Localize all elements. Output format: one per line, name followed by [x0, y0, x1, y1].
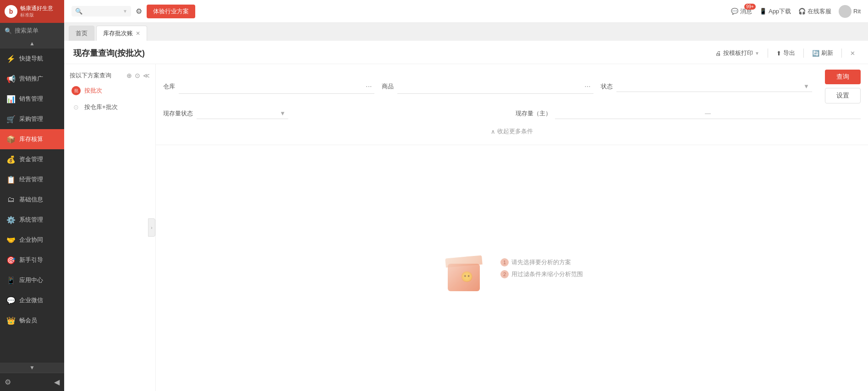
nav-label-quick: 快捷导航	[19, 54, 43, 63]
topbar-search-arrow[interactable]: ▼	[123, 9, 127, 14]
tip-num-1: 1	[500, 258, 509, 266]
page-header-actions: 🖨 按模板打印 ▼ ⬆ 导出 🔄 刷新 ✕	[712, 47, 859, 59]
sidebar-item-enterprise-wechat[interactable]: 💬 企业微信	[0, 290, 64, 310]
nav-icon-marketing: 📢	[6, 74, 16, 83]
sidebar-item-sales[interactable]: 📊 销售管理	[0, 89, 64, 109]
sidebar-item-member[interactable]: 👑 畅会员	[0, 310, 64, 331]
close-panel-btn[interactable]: ›	[148, 218, 155, 237]
page-header: 现存量查询(按批次) 🖨 按模板打印 ▼ ⬆ 导出 🔄 刷新 ✕	[64, 41, 868, 64]
app-info: 畅康通好生意 标准版	[20, 5, 53, 19]
tab-home-label: 首页	[76, 29, 88, 38]
tabbar: 首页 库存批次账 ✕	[64, 23, 868, 41]
product-input-box[interactable]: ···	[397, 79, 593, 94]
plan-item-warehouse-batch[interactable]: ⊙ 按仓库+批次	[64, 99, 155, 115]
action-buttons: 查询 设置	[825, 70, 861, 103]
tab-home[interactable]: 首页	[69, 26, 94, 41]
print-btn[interactable]: 🖨 按模板打印 ▼	[712, 47, 763, 59]
inventory-status-arrow: ▼	[280, 110, 286, 117]
inventory-qty-label: 现存量（主）	[516, 109, 551, 118]
filter-row-2: 现存量状态 ▼ 现存量（主） —	[163, 108, 861, 119]
status-label: 状态	[601, 82, 613, 91]
user-menu[interactable]: Rit	[839, 5, 861, 18]
nav-icon-inventory: 📦	[6, 135, 16, 144]
export-icon: ⬆	[776, 50, 781, 57]
sidebar-item-finance[interactable]: 💰 资金管理	[0, 149, 64, 169]
panel-title-row: 按以下方案查询 ⊕ ⊙ ≪	[64, 69, 155, 82]
inventory-status-select[interactable]: ▼	[197, 108, 288, 119]
nav-label-member: 畅会员	[19, 316, 37, 325]
message-badge: 99+	[744, 4, 756, 10]
collapse-row[interactable]: ∧ 收起更多条件	[163, 124, 861, 139]
topbar-search-box[interactable]: 🔍 ▼	[71, 6, 131, 16]
warehouse-input-box[interactable]: ···	[179, 79, 374, 94]
topbar-search-icon: 🔍	[75, 8, 82, 15]
nav-icon-quick: ⚡	[6, 54, 16, 63]
collapse-up-icon: ∧	[491, 128, 495, 135]
settings-button[interactable]: 设置	[825, 88, 861, 103]
config-plan-icon[interactable]: ⊙	[135, 72, 140, 79]
sidebar-item-inventory[interactable]: 📦 库存核算	[0, 129, 64, 149]
sidebar-item-app-center[interactable]: 📱 应用中心	[0, 270, 64, 290]
collapse-panel-icon[interactable]: ≪	[143, 72, 150, 79]
nav-label-purchase: 采购管理	[19, 115, 43, 123]
inventory-qty-max[interactable]	[714, 110, 858, 117]
sidebar-item-enterprise[interactable]: 🤝 企业协同	[0, 230, 64, 250]
close-page-btn[interactable]: ✕	[846, 48, 859, 59]
topbar-settings-icon[interactable]: ⚙	[136, 7, 142, 16]
product-more-icon[interactable]: ···	[584, 82, 590, 91]
nav-label-enterprise: 企业协同	[19, 236, 43, 244]
query-button[interactable]: 查询	[825, 70, 861, 84]
sidebar-scroll-up[interactable]: ▲	[0, 38, 64, 49]
phone-icon: 📱	[759, 8, 767, 15]
sidebar-item-quick-nav[interactable]: ⚡ 快捷导航	[0, 49, 64, 69]
sidebar-item-purchase[interactable]: 🛒 采购管理	[0, 109, 64, 129]
nav-icon-guide: 🎯	[6, 255, 16, 265]
tab-batch-close-icon[interactable]: ✕	[136, 31, 140, 36]
add-plan-icon[interactable]: ⊕	[126, 72, 132, 79]
nav-label-guide: 新手引导	[19, 256, 43, 264]
message-btn[interactable]: 💬 消息 99+	[731, 7, 752, 16]
sidebar-item-system[interactable]: ⚙️ 系统管理	[0, 210, 64, 230]
sidebar-collapse-icon[interactable]: ◀	[54, 378, 60, 386]
nav-label-wechat: 企业微信	[19, 296, 43, 304]
print-dropdown-icon[interactable]: ▼	[755, 51, 759, 56]
status-arrow-icon: ▼	[803, 83, 809, 90]
status-select[interactable]: ▼	[616, 81, 812, 92]
nav-icon-system: ⚙️	[6, 215, 16, 224]
plan-label-batch: 按批次	[84, 87, 102, 95]
panel-title: 按以下方案查询	[70, 71, 111, 80]
page-title: 现存量查询(按批次)	[73, 48, 145, 59]
warehouse-more-icon[interactable]: ···	[366, 82, 372, 91]
app-name: 畅康通好生意	[20, 5, 53, 12]
topbar-search-input[interactable]	[84, 8, 121, 15]
online-service-btn[interactable]: 🎧 在线客服	[798, 7, 831, 16]
empty-tips: 1 请先选择要分析的方案 2 用过滤条件来缩小分析范围	[500, 258, 583, 278]
sidebar-item-business[interactable]: 📋 经营管理	[0, 169, 64, 190]
nav-label-app: 应用中心	[19, 276, 43, 284]
app-download-btn[interactable]: 📱 App下载	[759, 7, 791, 16]
sidebar-search[interactable]: 🔍 搜索菜单	[0, 23, 64, 38]
sidebar-item-new-guide[interactable]: 🎯 新手引导	[0, 250, 64, 270]
plan-label-wbatch: 按仓库+批次	[84, 103, 118, 111]
inventory-qty-min[interactable]	[558, 110, 702, 117]
sidebar-item-marketing[interactable]: 📢 营销推广	[0, 69, 64, 89]
app-version: 标准版	[20, 12, 53, 18]
print-label: 按模板打印	[723, 49, 753, 57]
nav-icon-finance: 💰	[6, 155, 16, 164]
plan-item-batch[interactable]: 批 按批次	[64, 82, 155, 99]
panel-title-actions: ⊕ ⊙ ≪	[126, 72, 150, 79]
tab-batch-account[interactable]: 库存批次账 ✕	[96, 26, 147, 41]
product-input[interactable]	[400, 81, 584, 92]
export-btn[interactable]: ⬆ 导出	[773, 47, 799, 59]
sidebar-settings-icon[interactable]: ⚙	[5, 378, 11, 386]
refresh-btn[interactable]: 🔄 刷新	[808, 47, 837, 59]
sidebar-scroll-down[interactable]: ▼	[0, 363, 64, 373]
empty-state: 😶 1 请先选择要分析的方案 2 用过滤条件来缩小分析范围	[156, 145, 868, 391]
warehouse-input[interactable]	[181, 81, 366, 92]
sidebar-item-basic[interactable]: 🗂 基础信息	[0, 190, 64, 210]
status-filter: 状态 ▼	[601, 81, 812, 92]
user-name: Rit	[853, 8, 861, 15]
warehouse-filter: 仓库 ···	[163, 79, 374, 94]
divider-1	[768, 49, 768, 58]
experience-btn[interactable]: 体验行业方案	[147, 5, 195, 18]
